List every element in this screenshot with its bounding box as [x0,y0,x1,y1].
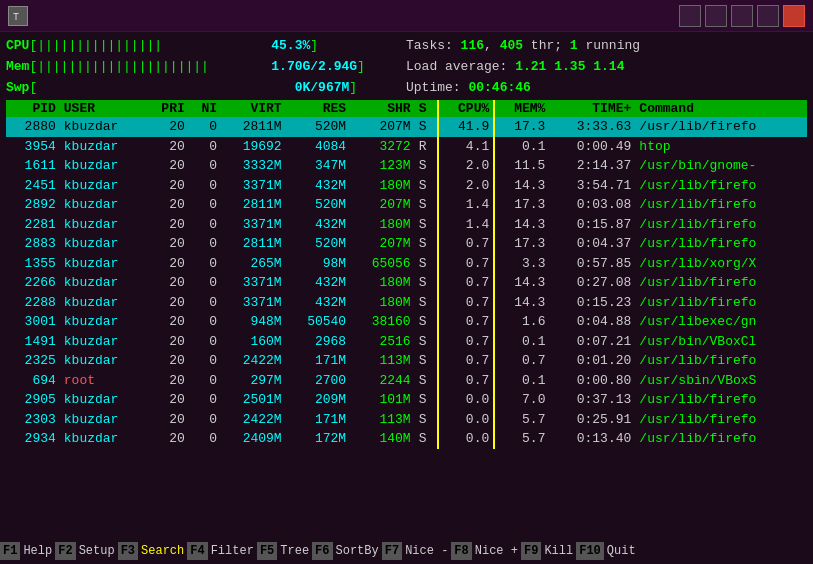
table-row[interactable]: 1355 kbuzdar 20 0 265M 98M 65056 S 0.7 3… [6,254,807,274]
cell-s: S [415,234,438,254]
minimize-button[interactable] [731,5,753,27]
cell-mem: 14.3 [494,293,549,313]
cell-pid: 2905 [6,390,60,410]
cell-pri: 20 [146,390,189,410]
cell-mem: 14.3 [494,273,549,293]
cell-pri: 20 [146,293,189,313]
cell-s: S [415,176,438,196]
cell-pri: 20 [146,195,189,215]
cell-cpu: 2.0 [438,156,495,176]
cell-pri: 20 [146,371,189,391]
table-header-row: PID USER PRI NI VIRT RES SHR S CPU% MEM%… [6,100,807,117]
cell-time: 0:07.21 [549,332,635,352]
table-row[interactable]: 3001 kbuzdar 20 0 948M 50540 38160 S 0.7… [6,312,807,332]
cell-cpu: 0.7 [438,254,495,274]
fn-item-f8[interactable]: F8Nice + [451,538,521,564]
table-row[interactable]: 2325 kbuzdar 20 0 2422M 171M 113M S 0.7 … [6,351,807,371]
cell-virt: 2409M [221,429,286,449]
cell-pri: 20 [146,312,189,332]
table-row[interactable]: 2934 kbuzdar 20 0 2409M 172M 140M S 0.0 … [6,429,807,449]
maximize-button[interactable] [757,5,779,27]
table-row[interactable]: 2880 kbuzdar 20 0 2811M 520M 207M S 41.9… [6,117,807,137]
cell-ni: 0 [189,332,221,352]
table-row[interactable]: 2451 kbuzdar 20 0 3371M 432M 180M S 2.0 … [6,176,807,196]
fn-item-f10[interactable]: F10Quit [576,538,638,564]
fn-item-f7[interactable]: F7Nice - [382,538,452,564]
col-pri: PRI [146,100,189,117]
cell-user: kbuzdar [60,215,146,235]
fn-item-f6[interactable]: F6SortBy [312,538,382,564]
cell-res: 2968 [286,332,351,352]
cell-pid: 694 [6,371,60,391]
cell-mem: 17.3 [494,195,549,215]
fn-key-f3: F3 [118,542,138,560]
cell-res: 171M [286,410,351,430]
cell-ni: 0 [189,429,221,449]
cell-res: 50540 [286,312,351,332]
cell-cmd: /usr/lib/firefo [635,351,807,371]
cell-mem: 0.7 [494,351,549,371]
terminal-content: CPU [ |||||||||||||||| 45.3% ] Mem [ |||… [0,32,813,538]
cell-pri: 20 [146,215,189,235]
cell-time: 0:01.20 [549,351,635,371]
cell-virt: 948M [221,312,286,332]
fn-key-f2: F2 [55,542,75,560]
cell-cmd: /usr/lib/xorg/X [635,254,807,274]
load-values: 1.21 1.35 1.14 [515,59,624,74]
fn-key-f8: F8 [451,542,471,560]
cell-user: kbuzdar [60,390,146,410]
cell-cpu: 41.9 [438,117,495,137]
table-row[interactable]: 2883 kbuzdar 20 0 2811M 520M 207M S 0.7 … [6,234,807,254]
fn-item-f3[interactable]: F3Search [118,538,188,564]
cell-shr: 207M [350,195,415,215]
table-row[interactable]: 2892 kbuzdar 20 0 2811M 520M 207M S 1.4 … [6,195,807,215]
cell-mem: 17.3 [494,117,549,137]
table-row[interactable]: 2288 kbuzdar 20 0 3371M 432M 180M S 0.7 … [6,293,807,313]
cell-cpu: 0.7 [438,332,495,352]
cell-user: kbuzdar [60,332,146,352]
cell-virt: 160M [221,332,286,352]
table-row[interactable]: 2281 kbuzdar 20 0 3371M 432M 180M S 1.4 … [6,215,807,235]
cell-mem: 14.3 [494,176,549,196]
cell-cpu: 0.0 [438,429,495,449]
title-bar-left: T [8,6,28,26]
cell-virt: 3332M [221,156,286,176]
cell-ni: 0 [189,410,221,430]
cell-pid: 1491 [6,332,60,352]
cell-cmd: /usr/libexec/gn [635,312,807,332]
menu-button[interactable] [705,5,727,27]
cell-time: 0:25.91 [549,410,635,430]
table-row[interactable]: 2266 kbuzdar 20 0 3371M 432M 180M S 0.7 … [6,273,807,293]
cell-ni: 0 [189,371,221,391]
cell-shr: 3272 [350,137,415,157]
cell-pid: 3001 [6,312,60,332]
table-row[interactable]: 2303 kbuzdar 20 0 2422M 171M 113M S 0.0 … [6,410,807,430]
table-row[interactable]: 694 root 20 0 297M 2700 2244 S 0.7 0.1 0… [6,371,807,391]
cell-cmd: /usr/lib/firefo [635,273,807,293]
fn-item-f5[interactable]: F5Tree [257,538,312,564]
cell-pid: 2934 [6,429,60,449]
fn-item-f9[interactable]: F9Kill [521,538,576,564]
cell-ni: 0 [189,312,221,332]
fn-item-f2[interactable]: F2Setup [55,538,117,564]
fn-key-bar: F1HelpF2SetupF3SearchF4FilterF5TreeF6Sor… [0,538,813,564]
uptime-line: Uptime: 00:46:46 [406,78,807,99]
cell-pri: 20 [146,156,189,176]
search-button[interactable] [679,5,701,27]
cell-user: kbuzdar [60,195,146,215]
table-row[interactable]: 1491 kbuzdar 20 0 160M 2968 2516 S 0.7 0… [6,332,807,352]
cell-cpu: 0.7 [438,351,495,371]
table-row[interactable]: 2905 kbuzdar 20 0 2501M 209M 101M S 0.0 … [6,390,807,410]
table-row[interactable]: 3954 kbuzdar 20 0 19692 4084 3272 R 4.1 … [6,137,807,157]
fn-label-kill: Kill [541,542,576,560]
cell-user: kbuzdar [60,429,146,449]
cell-ni: 0 [189,137,221,157]
cell-virt: 2422M [221,351,286,371]
cell-pid: 2880 [6,117,60,137]
table-row[interactable]: 1611 kbuzdar 20 0 3332M 347M 123M S 2.0 … [6,156,807,176]
fn-item-f1[interactable]: F1Help [0,538,55,564]
cell-mem: 0.1 [494,137,549,157]
fn-item-f4[interactable]: F4Filter [187,538,257,564]
title-bar: T [0,0,813,32]
close-button[interactable] [783,5,805,27]
